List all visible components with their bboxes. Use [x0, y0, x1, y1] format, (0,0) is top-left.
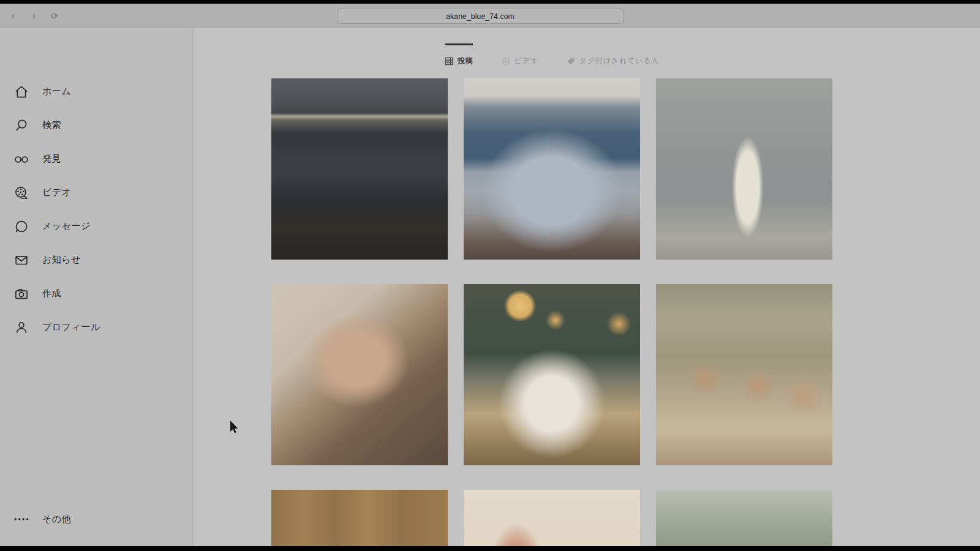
videos-reel-icon — [502, 57, 510, 66]
post-thumbnail[interactable] — [271, 284, 448, 465]
sidebar-item-label: メッセージ — [42, 220, 91, 232]
explore-icon — [13, 151, 29, 167]
sidebar-item-notifications[interactable]: お知らせ — [0, 243, 192, 277]
message-bubble-icon — [13, 218, 29, 234]
search-icon — [13, 117, 29, 133]
sidebar-item-more[interactable]: その他 — [0, 507, 192, 531]
sidebar-item-profile[interactable]: プロフィール — [0, 310, 192, 344]
tab-label: タグ付けされている人 — [579, 56, 659, 66]
sidebar-item-messages[interactable]: メッセージ — [0, 209, 192, 243]
profile-content: 投稿 ビデオ タグ付けされている人 — [194, 28, 980, 546]
post-thumbnail[interactable] — [656, 284, 832, 465]
post-thumbnail[interactable] — [656, 490, 832, 546]
tab-tagged[interactable]: タグ付けされている人 — [567, 56, 659, 66]
tagged-tag-icon — [567, 57, 575, 66]
sidebar-item-label: お知らせ — [42, 254, 81, 266]
profile-person-icon — [13, 319, 29, 335]
post-thumbnail[interactable] — [271, 490, 448, 546]
video-reel-icon — [13, 184, 29, 201]
reload-icon[interactable]: ⟳ — [49, 12, 60, 20]
profile-tabbar: 投稿 ビデオ タグ付けされている人 — [271, 28, 832, 71]
more-dots-icon — [13, 511, 29, 528]
post-grid — [271, 78, 832, 546]
app-window: ホーム 検索 発見 ビデオ — [0, 28, 980, 546]
sidebar-item-label: ビデオ — [42, 187, 72, 198]
home-icon — [13, 83, 29, 100]
sidebar-item-label: 検索 — [42, 119, 61, 131]
sidebar-item-label: ホーム — [42, 86, 71, 97]
sidebar-item-label: プロフィール — [42, 321, 100, 333]
sidebar-item-create[interactable]: 作成 — [0, 277, 192, 310]
create-camera-icon — [13, 285, 29, 302]
post-thumbnail[interactable] — [656, 78, 832, 260]
sidebar-item-explore[interactable]: 発見 — [0, 142, 192, 176]
back-icon[interactable]: ‹ — [7, 10, 18, 21]
post-thumbnail[interactable] — [271, 78, 448, 260]
sidebar-item-search[interactable]: 検索 — [0, 108, 192, 142]
sidebar-nav: ホーム 検索 発見 ビデオ — [0, 28, 192, 344]
notifications-envelope-icon — [13, 252, 29, 268]
browser-chrome: ‹ › ⟳ akane_blue_74.com — [0, 4, 980, 28]
tab-posts[interactable]: 投稿 — [445, 56, 473, 66]
sidebar-item-home[interactable]: ホーム — [0, 75, 192, 108]
sidebar-item-label: 作成 — [42, 288, 61, 299]
browser-nav-buttons: ‹ › ⟳ — [7, 4, 60, 28]
forward-icon[interactable]: › — [28, 10, 39, 21]
posts-grid-icon — [445, 57, 453, 66]
active-tab-indicator — [445, 43, 473, 45]
tab-label: 投稿 — [458, 56, 473, 66]
sidebar-item-video[interactable]: ビデオ — [0, 176, 192, 209]
address-bar[interactable]: akane_blue_74.com — [337, 9, 624, 24]
tab-label: ビデオ — [514, 56, 538, 66]
sidebar-item-label: その他 — [42, 514, 71, 525]
sidebar-item-label: 発見 — [42, 153, 61, 165]
tab-videos[interactable]: ビデオ — [502, 56, 538, 66]
address-bar-url: akane_blue_74.com — [446, 12, 514, 21]
post-thumbnail[interactable] — [464, 284, 640, 465]
post-thumbnail[interactable] — [464, 490, 640, 546]
sidebar: ホーム 検索 発見 ビデオ — [0, 28, 193, 546]
post-thumbnail[interactable] — [464, 78, 640, 260]
